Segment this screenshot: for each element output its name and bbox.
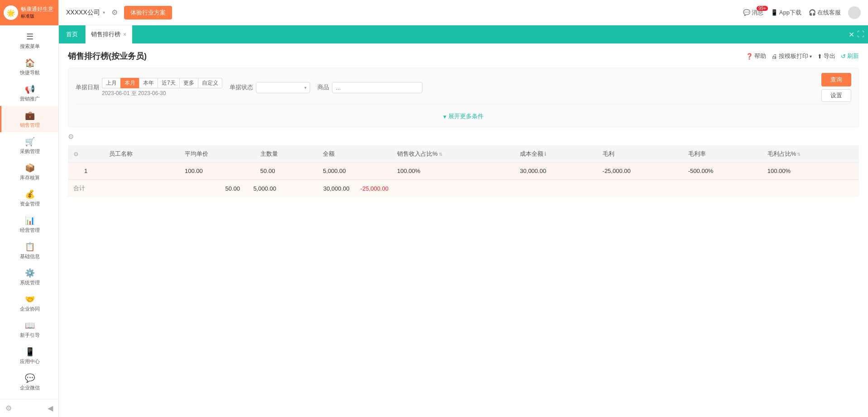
sidebar-item-新手引导[interactable]: 📖 新手引导	[0, 316, 58, 342]
sales-rank-tab[interactable]: 销售排行榜 ×	[86, 25, 132, 43]
sidebar-label-8: 基础信息	[20, 253, 40, 260]
sidebar-label-13: 企业微信	[20, 384, 40, 391]
cell-amount: 5,000.00	[317, 163, 392, 179]
sidebar-label-10: 企业协同	[20, 306, 40, 312]
sidebar-item-经营管理[interactable]: 📊 经营管理	[0, 211, 58, 237]
app-download-button[interactable]: 📱 App下载	[771, 9, 801, 17]
footer-amount: 5,000.00	[245, 185, 282, 192]
tab-close-icon[interactable]: ×	[123, 31, 126, 38]
sidebar-item-企业协同[interactable]: 🤝 企业协同	[0, 290, 58, 316]
date-btn-本月[interactable]: 本月	[120, 78, 139, 88]
user-avatar[interactable]	[848, 6, 861, 19]
sidebar-item-基础信息[interactable]: 📋 基础信息	[0, 237, 58, 264]
date-btn-本年[interactable]: 本年	[139, 78, 158, 88]
help-link[interactable]: ❓ 帮助	[746, 52, 766, 60]
date-btn-上月[interactable]: 上月	[102, 78, 120, 88]
sidebar-item-库存核算[interactable]: 📦 库存核算	[0, 158, 58, 185]
status-select[interactable]	[256, 82, 310, 93]
topbar-gear-icon[interactable]: ⚙	[111, 8, 118, 17]
sidebar-icon-8: 📋	[25, 242, 35, 252]
tab-maximize-btn[interactable]: ⛶	[857, 30, 864, 38]
export-icon: ⬆	[817, 53, 822, 60]
tab-close-window-btn[interactable]: ✕	[849, 30, 854, 39]
sidebar-label-5: 库存核算	[20, 174, 40, 181]
goods-input[interactable]	[332, 82, 422, 93]
sidebar-icon-6: 💰	[25, 189, 35, 199]
date-btn-自定义[interactable]: 自定义	[198, 78, 222, 88]
sidebar-label-3: 销售管理	[20, 122, 40, 129]
sidebar-nav: ☰ 搜索菜单🏠 快捷导航📢 营销推广💼 销售管理🛒 采购管理📦 库存核算💰 资金…	[0, 25, 58, 399]
sidebar-icon-0: ☰	[26, 32, 34, 42]
table-body: 1100.0050.005,000.00100.00%30,000.00-25,…	[68, 163, 859, 179]
print-icon: 🖨	[772, 53, 777, 60]
online-service-button[interactable]: 🎧 在线客服	[809, 9, 841, 17]
sidebar-footer: ⚙ ◀	[0, 399, 58, 417]
cell-gross: -25,000.00	[597, 163, 683, 179]
sidebar-icon-3: 💼	[25, 110, 35, 120]
company-dropdown-icon: ▾	[103, 10, 105, 15]
sidebar-item-畅会员[interactable]: 🏅 畅会员	[0, 395, 58, 399]
export-button[interactable]: ⬆ 导出	[817, 52, 835, 60]
expand-row: ▾ 展开更多条件	[76, 104, 851, 122]
topbar: XXXXX公司 ▾ ⚙ 体验行业方案 💬 消息 99+ 📱 App下载 🎧 在线…	[59, 0, 868, 25]
sidebar-item-销售管理[interactable]: 💼 销售管理	[0, 106, 58, 132]
collapse-icon[interactable]: ◀	[48, 404, 53, 412]
footer-qty: 50.00	[209, 185, 245, 192]
col-header-rank: ⚙	[68, 145, 104, 163]
table-gear-col[interactable]: ⚙	[73, 151, 79, 158]
sidebar-item-采购管理[interactable]: 🛒 采购管理	[0, 132, 58, 158]
date-btn-近7天[interactable]: 近7天	[158, 78, 179, 88]
page-actions: ❓ 帮助 🖨 按模板打印 ▾ ⬆ 导出 ↺ 刷新	[746, 52, 859, 60]
sidebar-item-应用中心[interactable]: 📱 应用中心	[0, 342, 58, 369]
expand-chevron-icon: ▾	[443, 113, 446, 120]
sidebar-item-搜索菜单[interactable]: ☰ 搜索菜单	[0, 27, 58, 53]
expand-more-button[interactable]: ▾ 展开更多条件	[443, 110, 484, 122]
col-header-avg_price: 平均单价	[179, 145, 255, 163]
cell-sales_pct: 100.00%	[392, 163, 514, 179]
cost-info-icon[interactable]: ℹ	[544, 151, 547, 157]
sidebar-label-12: 应用中心	[20, 358, 40, 365]
sidebar-label-11: 新手引导	[20, 332, 40, 339]
trial-button[interactable]: 体验行业方案	[124, 6, 172, 19]
template-print-button[interactable]: 🖨 按模板打印 ▾	[772, 52, 812, 60]
sidebar-item-营销推广[interactable]: 📢 营销推广	[0, 80, 58, 106]
sidebar-icon-1: 🏠	[25, 58, 35, 68]
cell-gross_pct: 100.00%	[762, 163, 859, 179]
sidebar-icon-11: 📖	[25, 321, 35, 331]
sidebar-icon-4: 🛒	[25, 137, 35, 147]
table-head: ⚙员工名称平均单价主数量全额销售收入占比%⇅成本全额ℹ毛利毛利率毛利占比%⇅	[68, 145, 859, 163]
table-footer: 合计 50.00 5,000.00 30,000.00 -25,000.00	[68, 179, 859, 197]
sidebar-item-资金管理[interactable]: 💰 资金管理	[0, 185, 58, 211]
sidebar-label-2: 营销推广	[20, 96, 40, 102]
status-filter: 单据状态	[230, 82, 310, 93]
query-button[interactable]: 查询	[821, 73, 851, 86]
sort-icon-sales_pct[interactable]: ⇅	[439, 152, 442, 157]
sort-icon-gross_pct[interactable]: ⇅	[797, 152, 801, 157]
sidebar-icon-2: 📢	[25, 84, 35, 94]
table-row: 1100.0050.005,000.00100.00%30,000.00-25,…	[68, 163, 859, 179]
date-filter: 单据日期 上月本月本年近7天更多自定义 2023-06-01 至 2023-06…	[76, 78, 222, 97]
col-header-gross_rate: 毛利率	[683, 145, 762, 163]
sidebar-icon-7: 📊	[25, 216, 35, 225]
sidebar-item-快捷导航[interactable]: 🏠 快捷导航	[0, 53, 58, 80]
home-tab[interactable]: 首页	[59, 25, 86, 43]
company-selector[interactable]: XXXXX公司 ▾	[66, 9, 105, 17]
sidebar-item-企业微信[interactable]: 💬 企业微信	[0, 369, 58, 395]
settings-button[interactable]: 设置	[821, 89, 851, 102]
col-header-amount: 全额	[317, 145, 392, 163]
sidebar: 🌟 畅康通好生意 标准版 ☰ 搜索菜单🏠 快捷导航📢 营销推广💼 销售管理🛒 采…	[0, 0, 59, 417]
status-select-wrapper	[256, 82, 310, 93]
goods-filter: 商品	[317, 82, 422, 93]
table-settings-icon[interactable]: ⚙	[68, 133, 74, 141]
page-header: 销售排行榜(按业务员) ❓ 帮助 🖨 按模板打印 ▾ ⬆ 导出	[68, 51, 859, 62]
table-area: ⚙ ⚙员工名称平均单价主数量全额销售收入占比%⇅成本全额ℹ毛利毛利率毛利占比%⇅…	[68, 133, 859, 197]
sidebar-item-系统管理[interactable]: ⚙️ 系统管理	[0, 264, 58, 290]
settings-icon[interactable]: ⚙	[5, 404, 12, 412]
message-button[interactable]: 💬 消息 99+	[743, 9, 763, 17]
date-btn-更多[interactable]: 更多	[179, 78, 198, 88]
cell-qty: 50.00	[255, 163, 317, 179]
refresh-button[interactable]: ↺ 刷新	[841, 52, 859, 60]
col-header-qty: 主数量	[255, 145, 317, 163]
logo-icon: 🌟	[4, 5, 18, 20]
headset-icon: 🎧	[809, 9, 816, 16]
